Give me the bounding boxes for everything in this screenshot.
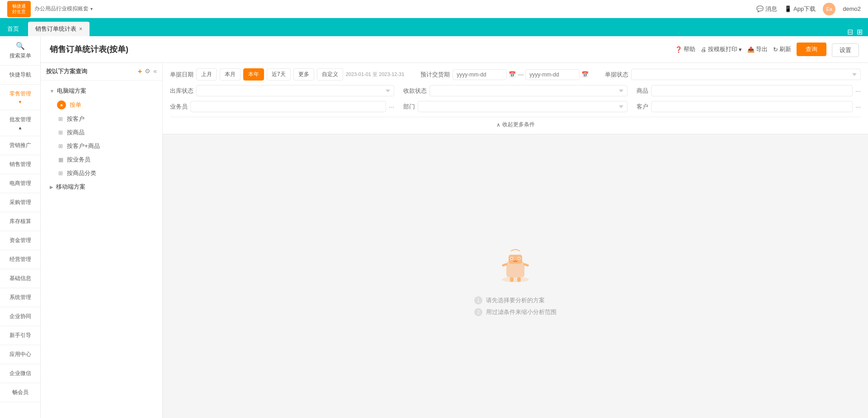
doc-status-group: 单据状态	[605, 69, 861, 80]
goods-input[interactable]	[651, 85, 853, 96]
calendar-icon-1[interactable]: 📅	[509, 71, 516, 78]
minimize-button[interactable]: ⊟	[847, 28, 853, 36]
plan-item-by-customer[interactable]: ⊞ 按客户	[41, 112, 162, 126]
collapse-bar: ∧ 收起更多条件	[170, 117, 861, 128]
top-bar-left: 畅捷通好生意 办公用品行业模拟账套 ▾	[7, 1, 93, 17]
top-bar-right: 💬 消息 📱 App下载 Ea demo2	[756, 3, 861, 15]
more-date-btn[interactable]: 更多	[293, 68, 314, 81]
sidebar-item-purchase[interactable]: 采购管理	[0, 193, 40, 212]
sidebar-item-quicknav[interactable]: 快捷导航	[0, 66, 40, 85]
plan-panel-title: 按以下方案查询	[46, 67, 87, 76]
plan-item-by-salesman[interactable]: ▦ 按业务员	[41, 153, 162, 166]
print-button[interactable]: 🖨 按模板打印 ▾	[701, 45, 742, 53]
account-dropdown[interactable]: 办公用品行业模拟账套 ▾	[34, 5, 93, 13]
search-icon: 🔍	[16, 42, 25, 50]
page-actions: ❓ 帮助 🖨 按模板打印 ▾ 📤 导出 ↻ 刷新 查询 设置	[675, 42, 859, 62]
salesman-more-button[interactable]: ···	[389, 103, 394, 110]
sidebar-item-marketing[interactable]: 营销推广	[0, 136, 40, 155]
goods-more-button[interactable]: ···	[855, 87, 861, 95]
department-select[interactable]	[418, 101, 627, 112]
last-month-btn[interactable]: 上月	[196, 68, 217, 81]
filter-row-2: 出库状态 收款状态	[170, 85, 861, 96]
sidebar-item-search[interactable]: 🔍 搜索菜单	[0, 36, 40, 66]
calendar-icon-2[interactable]: 📅	[581, 71, 589, 78]
last7-btn[interactable]: 近7天	[267, 68, 291, 81]
user-name: demo2	[843, 5, 861, 12]
tab-close-icon[interactable]: ×	[79, 26, 82, 32]
date-filter-group: 单据日期 上月 本月 本年 近7天 更多 自定义 2023-01-01 至 20…	[170, 68, 404, 81]
sidebar-item-finance[interactable]: 资金管理	[0, 231, 40, 250]
tab-bar-actions: ⊟ ⊞	[847, 28, 868, 36]
collapse-button[interactable]: ∧ 收起更多条件	[496, 121, 535, 128]
plan-group-mobile-header[interactable]: ▶ 移动端方案	[41, 180, 162, 194]
plan-item-by-category[interactable]: ⊞ 按商品分类	[41, 166, 162, 180]
query-button[interactable]: 查询	[797, 43, 826, 56]
sidebar-item-basic[interactable]: 基础信息	[0, 269, 40, 288]
empty-state: 1 请先选择要分析的方案 2 用过滤条件来缩小分析范围	[163, 134, 868, 418]
sidebar-item-member[interactable]: 畅会员	[0, 383, 40, 402]
active-indicator: ●	[57, 100, 66, 109]
grid-icon: ⊞	[57, 170, 64, 177]
plan-item-by-goods[interactable]: ⊞ 按商品	[41, 126, 162, 139]
app-download-button[interactable]: 📱 App下载	[784, 5, 816, 13]
sidebar-item-retail[interactable]: 零售管理 ▼	[0, 85, 40, 110]
doc-status-select[interactable]	[631, 69, 861, 80]
expected-date-inputs: 📅 — 📅	[453, 69, 589, 80]
date-label: 单据日期	[170, 71, 193, 79]
filter-bar: 单据日期 上月 本月 本年 近7天 更多 自定义 2023-01-01 至 20…	[163, 63, 868, 134]
maximize-button[interactable]: ⊞	[857, 28, 863, 36]
expected-date-start[interactable]	[453, 69, 507, 80]
plan-item-by-order[interactable]: ● 按单	[41, 98, 162, 112]
this-year-btn[interactable]: 本年	[243, 68, 264, 81]
customer-filter-group: 客户 ···	[637, 101, 861, 112]
customer-label: 客户	[637, 103, 648, 111]
customer-more-button[interactable]: ···	[855, 103, 861, 110]
svg-point-6	[519, 257, 520, 259]
expected-date-end[interactable]	[525, 69, 580, 80]
salesman-label: 业务员	[170, 103, 188, 111]
sidebar-item-inventory[interactable]: 库存核算	[0, 212, 40, 231]
right-panel: 单据日期 上月 本月 本年 近7天 更多 自定义 2023-01-01 至 20…	[163, 63, 868, 418]
grid-icon: ⊞	[57, 142, 64, 150]
sidebar-item-newbie[interactable]: 新手引导	[0, 326, 40, 345]
sidebar-item-wholesale[interactable]: 批发管理 ▲	[0, 110, 40, 136]
salesman-input[interactable]	[190, 101, 386, 112]
settings-button[interactable]: 设置	[832, 43, 859, 57]
add-plan-button[interactable]: +	[138, 67, 142, 76]
this-month-btn[interactable]: 本月	[220, 68, 241, 81]
doc-status-label: 单据状态	[605, 71, 628, 79]
refresh-button[interactable]: ↻ 刷新	[773, 45, 791, 53]
custom-date-btn[interactable]: 自定义	[317, 68, 343, 81]
export-button[interactable]: 📤 导出	[747, 45, 768, 53]
help-button[interactable]: ❓ 帮助	[675, 45, 695, 53]
filter-row-3: 业务员 ··· 部门	[170, 101, 861, 112]
goods-label: 商品	[637, 87, 648, 95]
collapse-plan-button[interactable]: «	[153, 67, 157, 76]
sidebar-item-wechat[interactable]: 企业微信	[0, 364, 40, 383]
bar-icon: ▦	[57, 156, 64, 163]
message-icon: 💬	[756, 5, 764, 12]
sidebar-item-enterprise[interactable]: 企业协同	[0, 307, 40, 326]
collection-status-select[interactable]	[429, 85, 627, 96]
plan-item-by-customer-goods[interactable]: ⊞ 按客户+商品	[41, 139, 162, 153]
sidebar-item-operations[interactable]: 经营管理	[0, 250, 40, 269]
tab-sales-order-stats[interactable]: 销售订单统计表 ×	[28, 22, 90, 36]
customer-input[interactable]	[651, 101, 853, 112]
chevron-right-icon: ▶	[50, 185, 53, 190]
sidebar-item-system[interactable]: 系统管理	[0, 288, 40, 307]
date-range-text: 2023-01-01 至 2023-12-31	[346, 71, 405, 78]
sidebar-item-appcenter[interactable]: 应用中心	[0, 345, 40, 364]
sidebar-item-ecommerce[interactable]: 电商管理	[0, 174, 40, 193]
plan-group-pc-header[interactable]: ▼ 电脑端方案	[41, 84, 162, 98]
delivery-status-select[interactable]	[196, 85, 394, 96]
user-avatar[interactable]: Ea	[823, 3, 835, 15]
tab-home[interactable]: 首页	[0, 22, 26, 36]
message-button[interactable]: 💬 消息	[756, 5, 777, 13]
chevron-up-icon: ▲	[18, 125, 23, 130]
download-icon: 📱	[784, 5, 792, 12]
goods-filter-group: 商品 ···	[637, 85, 861, 96]
page-title: 销售订单统计表(按单)	[50, 44, 128, 60]
settings-plan-button[interactable]: ⚙	[145, 67, 151, 76]
department-label: 部门	[403, 103, 415, 111]
sidebar-item-sales[interactable]: 销售管理	[0, 155, 40, 174]
